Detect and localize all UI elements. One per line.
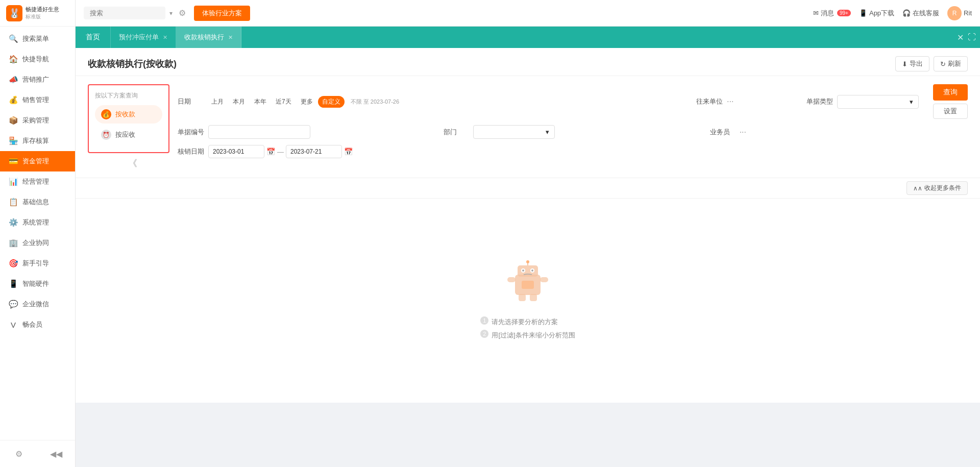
dept-select[interactable]: ▾ [473,125,555,139]
empty-robot-illustration [502,259,553,305]
date-buttons: 上月 本月 本年 近7天 更多 自定义 [207,96,345,108]
date-range-separator: — [277,148,284,156]
logo-name: 畅捷通好生意 [26,6,59,13]
sidebar-item-hardware[interactable]: 📱 智能硬件 [0,274,75,294]
user-avatar: R [947,6,962,20]
sidebar-label-quick-nav: 快捷导航 [22,55,49,64]
sales-icon: 💰 [8,95,18,105]
topbar-search-input[interactable] [84,7,165,19]
doc-type-select[interactable]: ▾ [837,95,919,109]
filter-option-by-receipt[interactable]: 💰 按收款 [95,105,162,124]
tab-receipt-writeoff-label: 收款核销执行 [184,33,224,42]
writeoff-date-start-input[interactable] [208,145,264,158]
user-label: Rit [964,9,972,17]
topbar-dropdown-icon[interactable]: ▾ [169,10,173,17]
sidebar-item-basic-info[interactable]: 📋 基础信息 [0,192,75,212]
export-button[interactable]: ⬇ 导出 [895,56,929,71]
collapse-more-button[interactable]: ∧∧ 收起更多条件 [906,181,968,195]
industry-btn[interactable]: 体验行业方案 [194,6,250,21]
sidebar-item-member[interactable]: V 畅会员 [0,314,75,335]
date-btn-this-month[interactable]: 本月 [229,96,249,108]
collapse-chevron-icon: ∧∧ [913,185,922,192]
empty-text: 1 请先选择要分析的方案 2 用[过滤]条件来缩小分析范围 [480,315,575,342]
doc-number-input[interactable] [208,125,310,139]
filter-sidebar-collapse-icon[interactable]: 《 [128,158,137,168]
writeoff-date-end-input[interactable] [286,145,342,158]
message-button[interactable]: ✉ 消息 99+ [813,9,851,18]
sidebar-label-hardware: 智能硬件 [22,279,49,288]
filter-option-by-receivable[interactable]: ⏰ 按应收 [95,126,162,144]
app-download-button[interactable]: 📱 App下载 [859,9,894,18]
service-label: 在线客服 [913,9,939,18]
writeoff-date-end-calendar-icon[interactable]: 📅 [344,148,353,156]
member-icon: V [8,319,18,330]
sidebar-item-wechat[interactable]: 💬 企业微信 [0,294,75,314]
settings-button[interactable]: ⚙ [10,445,28,463]
filter-field-counterpart: 往来单位 ··· [696,97,798,106]
marketing-icon: 📣 [8,75,18,85]
sidebar-label-enterprise: 企业协同 [22,238,49,248]
collapse-more-label: 收起更多条件 [924,184,961,192]
tab-receipt-writeoff[interactable]: 收款核销执行 ✕ [176,27,241,48]
writeoff-date-start-calendar-icon[interactable]: 📅 [266,148,275,156]
tab-close-btn[interactable]: ✕ [957,33,964,42]
date-btn-custom[interactable]: 自定义 [318,96,345,108]
sidebar-item-guide[interactable]: 🎯 新手引导 [0,253,75,274]
date-label: 日期 [178,97,203,106]
filter-main: 日期 上月 本月 本年 近7天 更多 自定义 不限 至 2023-07-26 [178,84,968,169]
tab-prepay-close-icon[interactable]: ✕ [163,34,167,41]
sidebar-item-purchase[interactable]: 📦 采购管理 [0,110,75,131]
filter-field-doc-type: 单据类型 ▾ [806,95,919,109]
date-btn-this-year[interactable]: 本年 [250,96,271,108]
filter-receivable-icon: ⏰ [101,130,111,140]
query-button[interactable]: 查询 [933,84,968,101]
page-header-actions: ⬇ 导出 ↻ 刷新 [895,56,968,71]
sidebar-item-sales[interactable]: 💰 销售管理 [0,90,75,110]
sidebar-item-operations[interactable]: 📊 经营管理 [0,171,75,192]
home-icon: 🏠 [8,54,18,64]
topbar: ▾ ⚙ 体验行业方案 ✉ 消息 99+ 📱 App下载 🎧 在线客服 R Rit [76,0,980,27]
user-menu-button[interactable]: R Rit [947,6,972,20]
collapse-more-area: ∧∧ 收起更多条件 [76,178,980,199]
sidebar-item-search[interactable]: 🔍 搜索菜单 [0,29,75,49]
sidebar-logo: 🐰 畅捷通好生意 标准版 [0,0,75,27]
guide-icon: 🎯 [8,258,18,268]
online-service-button[interactable]: 🎧 在线客服 [902,9,939,18]
setting-button[interactable]: 设置 [933,104,968,119]
filter-actions: 查询 设置 [933,84,968,119]
date-btn-7days[interactable]: 近7天 [272,96,296,108]
tabbar-actions: ✕ ⛶ [957,33,980,42]
date-btn-more[interactable]: 更多 [297,96,317,108]
tab-receipt-writeoff-close-icon[interactable]: ✕ [228,34,233,41]
tab-expand-btn[interactable]: ⛶ [968,33,976,42]
empty-state: 1 请先选择要分析的方案 2 用[过滤]条件来缩小分析范围 [76,199,980,403]
sidebar-item-enterprise[interactable]: 🏢 企业协同 [0,233,75,253]
filter-area: 按以下方案查询 💰 按收款 ⏰ 按应收 《 [76,76,980,178]
enterprise-icon: 🏢 [8,238,18,248]
refresh-button[interactable]: ↻ 刷新 [934,56,968,71]
date-btn-last-month[interactable]: 上月 [207,96,228,108]
empty-step-1: 1 请先选择要分析的方案 [480,315,575,329]
export-label: 导出 [910,59,923,68]
tab-prepay[interactable]: 预付冲应付单 ✕ [111,27,176,48]
topbar-gear-icon[interactable]: ⚙ [179,8,186,18]
sidebar-item-quick-nav[interactable]: 🏠 快捷导航 [0,49,75,69]
basic-info-icon: 📋 [8,197,18,207]
empty-hint-1: 请先选择要分析的方案 [492,315,558,329]
collapse-sidebar-button[interactable]: ◀◀ [47,445,65,463]
sidebar-item-marketing[interactable]: 📣 营销推广 [0,69,75,90]
filter-option-receipt-label: 按收款 [115,110,135,119]
svg-rect-1 [518,265,538,277]
svg-rect-11 [519,294,526,301]
salesperson-ellipsis: ··· [740,128,755,137]
sidebar-item-inventory[interactable]: 🏪 库存核算 [0,131,75,151]
sidebar-item-system[interactable]: ⚙️ 系统管理 [0,212,75,233]
sidebar-item-funds[interactable]: 💳 资金管理 [0,151,75,171]
sidebar: 🐰 畅捷通好生意 标准版 🔍 搜索菜单 🏠 快捷导航 📣 营销推广 💰 销售管理… [0,0,76,467]
tab-prepay-label: 预付冲应付单 [119,33,159,42]
export-icon: ⬇ [902,60,908,68]
svg-point-7 [531,269,533,272]
filter-sidebar: 按以下方案查询 💰 按收款 ⏰ 按应收 [88,84,169,153]
tab-home[interactable]: 首页 [76,27,111,48]
filter-rows: 日期 上月 本月 本年 近7天 更多 自定义 不限 至 2023-07-26 [178,84,968,158]
